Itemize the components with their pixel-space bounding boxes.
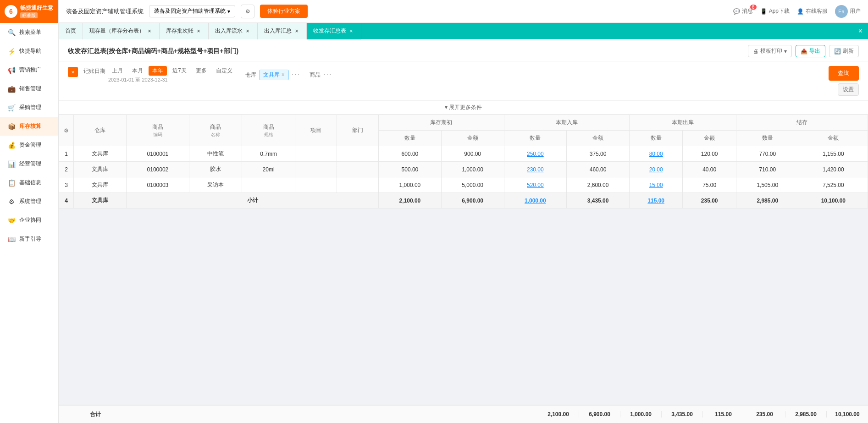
subtotal-label: 小计 xyxy=(127,193,379,209)
date-range: 2023-01-01 至 2023-12-31 xyxy=(108,77,236,83)
tab-summary[interactable]: 出入库汇总 × xyxy=(258,23,307,39)
message-item[interactable]: 💬 消息 6 xyxy=(733,7,753,15)
system-icon: ⚙ xyxy=(7,198,16,205)
date-option-last-month[interactable]: 上月 xyxy=(108,66,127,76)
sidebar-item-purchase[interactable]: 🛒采购管理 xyxy=(0,98,58,117)
app-download-item[interactable]: 📱 App下载 xyxy=(760,7,790,15)
sidebar-item-inventory[interactable]: 📦库存核算 xyxy=(0,117,58,136)
logo-text: 畅捷通好生意 标准版 xyxy=(20,4,53,19)
user-item[interactable]: Ea 用户 xyxy=(835,5,861,18)
page-title: 收发存汇总表(按仓库+商品编码+商品+规格型号+项目+部门) xyxy=(68,47,238,55)
online-service-item[interactable]: 👤 在线客服 xyxy=(797,7,828,15)
date-filter-group: 记账日期 上月 本月 本年 近7天 更多 自定义 20 xyxy=(83,66,236,83)
sidebar-item-system[interactable]: ⚙系统管理 xyxy=(0,192,58,211)
row-in-qty[interactable]: 520.00 xyxy=(504,177,567,193)
date-option-this-year[interactable]: 本年 xyxy=(149,66,167,76)
page-content: 收发存汇总表(按仓库+商品编码+商品+规格型号+项目+部门) 🖨 模板打印 ▾ … xyxy=(59,39,868,405)
tab-summary-close[interactable]: × xyxy=(293,28,300,34)
sidebar-item-enterprise[interactable]: 🤝企业协同 xyxy=(0,211,58,230)
sidebar-item-sales[interactable]: 💼销售管理 xyxy=(0,79,58,98)
row-out-qty[interactable]: 15.00 xyxy=(629,177,683,193)
table-row: 3 文具库 0100003 采访本 1,000.00 5,000.00 520.… xyxy=(59,177,868,193)
warehouse-tag-close[interactable]: × xyxy=(282,71,285,78)
date-option-7days[interactable]: 近7天 xyxy=(169,66,190,76)
app-logo: 6 畅捷通好生意 标准版 xyxy=(0,0,58,23)
row-out-amt: 75.00 xyxy=(683,177,736,193)
sales-icon: 💼 xyxy=(7,85,16,93)
message-badge: 6 xyxy=(750,5,757,10)
tab-flow-close[interactable]: × xyxy=(244,28,251,34)
sidebar-label-basic: 基础信息 xyxy=(19,179,41,187)
col-settings-header[interactable]: ⚙ xyxy=(59,115,74,146)
user-label: 用户 xyxy=(850,7,861,15)
row-in-qty[interactable]: 230.00 xyxy=(504,162,567,177)
subtotal-in-qty[interactable]: 1,000.00 xyxy=(504,193,567,209)
tab-receive-summary-close[interactable]: × xyxy=(348,28,354,34)
table-settings-button[interactable]: 设置 xyxy=(838,83,859,96)
tab-home[interactable]: 首页 xyxy=(59,23,83,39)
row-warehouse: 文具库 xyxy=(74,177,127,193)
col-opening-amt-header: 金额 xyxy=(441,131,504,146)
search-icon: 🔍 xyxy=(7,29,16,36)
template-print-label: 模板打印 xyxy=(760,47,782,55)
sidebar-item-marketing[interactable]: 📢营销推广 xyxy=(0,60,58,79)
system-select[interactable]: 装备及固定资产辅助管理系统 ▾ xyxy=(149,5,235,17)
tab-batch-close[interactable]: × xyxy=(195,28,202,34)
warehouse-label: 仓库 xyxy=(245,71,256,79)
settings-button[interactable]: ⚙ xyxy=(241,5,254,18)
sidebar-label-operations: 经营管理 xyxy=(19,160,41,168)
sidebar-item-finance[interactable]: 💰资金管理 xyxy=(0,136,58,154)
row-name: 胶水 xyxy=(189,162,242,177)
sidebar-label-sales: 销售管理 xyxy=(19,85,41,93)
sidebar-item-guide[interactable]: 📖新手引导 xyxy=(0,230,58,248)
tab-receive-summary[interactable]: 收发存汇总表 × xyxy=(307,23,361,39)
row-opening-qty: 1,000.00 xyxy=(379,177,442,193)
row-in-amt: 375.00 xyxy=(567,146,630,162)
query-button[interactable]: 查询 xyxy=(829,66,859,81)
refresh-button[interactable]: 🔄 刷新 xyxy=(829,45,859,57)
filter-toggle[interactable]: » xyxy=(68,67,78,77)
export-button[interactable]: 📤 导出 xyxy=(796,45,825,57)
sidebar-menu: 🔍搜索菜单 ⚡快捷导航 📢营销推广 💼销售管理 🛒采购管理 📦库存核算 💰资金管… xyxy=(0,23,58,423)
tab-batch[interactable]: 库存批次账 × xyxy=(160,23,209,39)
warehouse-more-icon[interactable]: ··· xyxy=(292,71,300,79)
sidebar-item-quick[interactable]: ⚡快捷导航 xyxy=(0,42,58,60)
sidebar-item-basic[interactable]: 📋基础信息 xyxy=(0,173,58,192)
row-project xyxy=(295,146,337,162)
footer-opening-qty: 2,100.00 xyxy=(538,411,579,418)
row-in-amt: 2,600.00 xyxy=(567,177,630,193)
app-download-label: App下载 xyxy=(769,7,790,15)
col-out-qty-header: 数量 xyxy=(629,131,683,146)
purchase-icon: 🛒 xyxy=(7,104,16,111)
close-all-tabs[interactable]: × xyxy=(853,27,868,35)
date-option-more[interactable]: 更多 xyxy=(192,66,210,76)
tab-inventory-dist[interactable]: 现存量（库存分布表） × xyxy=(83,23,160,39)
col-closing-qty-header: 数量 xyxy=(736,131,799,146)
template-print-button[interactable]: 🖨 模板打印 ▾ xyxy=(748,45,792,57)
row-dept xyxy=(337,162,379,177)
expand-conditions-row[interactable]: ▾ 展开更多条件 xyxy=(59,101,868,115)
export-label: 导出 xyxy=(809,47,820,55)
sidebar-label-finance: 资金管理 xyxy=(19,141,41,149)
avatar: Ea xyxy=(835,5,848,18)
date-option-custom[interactable]: 自定义 xyxy=(212,66,236,76)
sidebar-item-operations[interactable]: 📊经营管理 xyxy=(0,154,58,173)
goods-more-icon[interactable]: ··· xyxy=(323,71,332,79)
footer-label: 合计 xyxy=(59,411,132,418)
subtotal-opening-qty: 2,100.00 xyxy=(379,193,442,209)
sidebar-item-search[interactable]: 🔍搜索菜单 xyxy=(0,23,58,42)
system-select-text: 装备及固定资产辅助管理系统 xyxy=(154,7,226,15)
row-warehouse: 文具库 xyxy=(74,146,127,162)
tab-receive-summary-label: 收发存汇总表 xyxy=(313,27,346,35)
row-out-qty[interactable]: 20.00 xyxy=(629,162,683,177)
row-in-qty[interactable]: 250.00 xyxy=(504,146,567,162)
date-option-this-month[interactable]: 本月 xyxy=(128,66,147,76)
tab-inventory-dist-close[interactable]: × xyxy=(146,28,153,34)
tab-flow[interactable]: 出入库流水 × xyxy=(209,23,258,39)
trial-button[interactable]: 体验行业方案 xyxy=(260,5,308,18)
row-code: 0100002 xyxy=(127,162,189,177)
subtotal-out-qty[interactable]: 115.00 xyxy=(629,193,683,209)
sidebar: 6 畅捷通好生意 标准版 🔍搜索菜单 ⚡快捷导航 📢营销推广 💼销售管理 🛒采购… xyxy=(0,0,59,423)
row-out-qty[interactable]: 80.00 xyxy=(629,146,683,162)
row-spec: 20ml xyxy=(242,162,295,177)
